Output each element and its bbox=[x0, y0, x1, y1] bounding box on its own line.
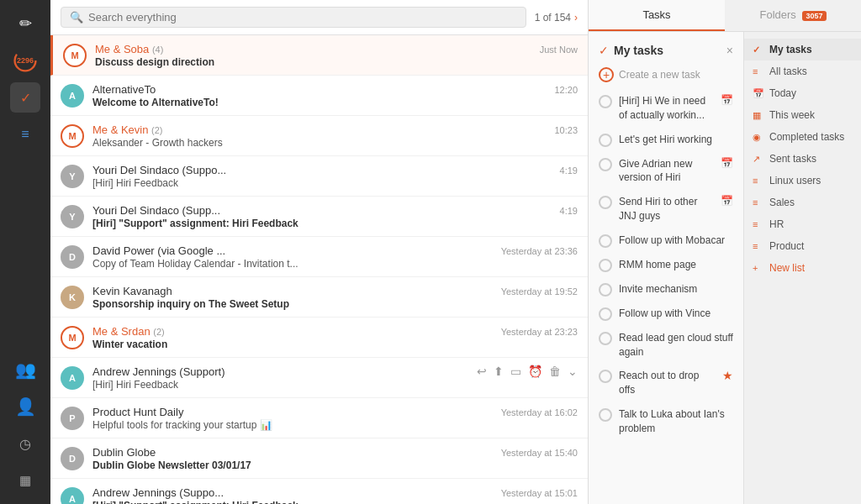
task-checkbox[interactable] bbox=[599, 234, 612, 248]
pagination-next-icon[interactable]: › bbox=[574, 12, 578, 24]
folder-item[interactable]: ◉ Completed tasks bbox=[744, 126, 861, 148]
task-checkbox[interactable] bbox=[599, 332, 612, 345]
task-item[interactable]: Let's get Hiri working bbox=[589, 128, 743, 152]
email-sender: Me & Kevin (2) bbox=[92, 123, 163, 136]
email-item[interactable]: A Andrew Jennings (Support) ↩ ⬆ ▭ ⏰ 🗑 ⌄ … bbox=[50, 358, 588, 398]
task-item[interactable]: Give Adrian new version of Hiri 📅 bbox=[589, 152, 743, 191]
email-item[interactable]: D Dublin Globe Yesterday at 15:40 Dublin… bbox=[50, 438, 588, 479]
email-sender: Youri Del Sindaco (Suppo... bbox=[92, 164, 226, 176]
task-item[interactable]: Follow up with Mobacar bbox=[589, 228, 743, 253]
email-subject: Welcome to AlternativeTo! bbox=[92, 97, 578, 108]
folder-item[interactable]: ↗ Sent tasks bbox=[744, 148, 861, 170]
task-item[interactable]: Read lead gen cloud stuff again bbox=[589, 326, 743, 365]
task-item[interactable]: Reach out to drop offs ★ bbox=[589, 364, 743, 402]
folder-item[interactable]: ≡ All tasks bbox=[744, 60, 861, 82]
folder-icon: ≡ bbox=[753, 219, 764, 229]
task-calendar-icon[interactable]: 📅 bbox=[721, 94, 733, 106]
delete-icon[interactable]: 🗑 bbox=[549, 365, 561, 378]
task-checkbox[interactable] bbox=[599, 196, 612, 209]
email-time: Yesterday at 23:23 bbox=[501, 327, 578, 337]
email-content: Me & Soba (4) Just Now Discuss design di… bbox=[95, 43, 578, 68]
email-time: 4:19 bbox=[560, 165, 578, 176]
email-time: Yesterday at 19:52 bbox=[501, 286, 578, 297]
folder-icon: ≡ bbox=[753, 176, 764, 186]
check-icon[interactable]: ✓ bbox=[10, 82, 40, 113]
calendar-icon[interactable]: ▦ bbox=[10, 465, 40, 496]
list-icon[interactable]: ≡ bbox=[10, 119, 40, 150]
email-time: Just Now bbox=[540, 45, 578, 55]
task-calendar-icon[interactable]: 📅 bbox=[721, 157, 733, 169]
task-checkbox[interactable] bbox=[599, 408, 612, 422]
task-item[interactable]: Invite mechanism bbox=[589, 277, 743, 302]
email-subject: [Hiri] Hiri Feedback bbox=[92, 177, 578, 189]
email-item[interactable]: Y Youri Del Sindaco (Suppo... 4:19 [Hiri… bbox=[50, 156, 588, 197]
task-star-icon[interactable]: ★ bbox=[722, 369, 733, 382]
email-list: M Me & Soba (4) Just Now Discuss design … bbox=[50, 35, 588, 504]
email-header: Kevin Kavanagh Yesterday at 19:52 bbox=[92, 285, 578, 297]
email-item[interactable]: K Kevin Kavanagh Yesterday at 19:52 Spon… bbox=[50, 277, 588, 318]
task-item[interactable]: Send Hiri to other JNJ guys 📅 bbox=[589, 190, 743, 228]
folder-icon: ≡ bbox=[753, 66, 764, 76]
folder-item[interactable]: ≡ Sales bbox=[744, 192, 861, 213]
task-checkbox[interactable] bbox=[599, 259, 612, 272]
email-time: 12:20 bbox=[554, 85, 578, 95]
folder-icon: ↗ bbox=[753, 154, 764, 165]
task-item[interactable]: Talk to Luka about Ian's problem bbox=[589, 402, 743, 441]
task-checkbox[interactable] bbox=[599, 283, 612, 297]
upload-icon[interactable]: ⬆ bbox=[494, 365, 504, 378]
reply-icon[interactable]: ↩ bbox=[477, 365, 487, 378]
tasks-close-button[interactable]: × bbox=[726, 44, 733, 57]
folder-item[interactable]: ▦ This week bbox=[744, 104, 861, 126]
email-item[interactable]: M Me & Soba (4) Just Now Discuss design … bbox=[50, 35, 588, 76]
task-calendar-icon[interactable]: 📅 bbox=[721, 195, 733, 207]
folder-item[interactable]: ≡ HR bbox=[744, 213, 861, 235]
inbox-icon[interactable]: 2296 bbox=[10, 45, 40, 76]
compose-icon[interactable]: ✏ bbox=[10, 8, 40, 39]
avatar: M bbox=[61, 124, 84, 148]
tab-tasks[interactable]: Tasks bbox=[589, 0, 725, 31]
folder-item[interactable]: 📅 Today bbox=[744, 82, 861, 104]
email-item[interactable]: A Andrew Jennings (Suppo... Yesterday at… bbox=[50, 479, 588, 504]
task-item[interactable]: [Hiri] Hi We in need of actually workin.… bbox=[589, 89, 743, 128]
more-icon[interactable]: ⌄ bbox=[568, 365, 578, 378]
task-item[interactable]: Follow up with Vince bbox=[589, 302, 743, 326]
create-task-button[interactable]: + Create a new task bbox=[589, 64, 743, 89]
folder-icon[interactable]: ▭ bbox=[510, 365, 521, 378]
contacts-icon[interactable]: 👥 bbox=[10, 354, 40, 385]
folder-item[interactable]: + New list bbox=[744, 257, 861, 279]
folder-item[interactable]: ✓ My tasks bbox=[744, 39, 861, 60]
search-input[interactable] bbox=[88, 11, 517, 24]
task-checkbox[interactable] bbox=[599, 370, 612, 383]
email-content: David Power (via Google ... Yesterday at… bbox=[92, 244, 578, 270]
folder-item[interactable]: ≡ Product bbox=[744, 235, 861, 257]
search-box[interactable]: 🔍 bbox=[61, 7, 526, 28]
task-checkbox[interactable] bbox=[599, 95, 612, 108]
task-checkbox[interactable] bbox=[599, 134, 612, 147]
email-item[interactable]: P Product Hunt Daily Yesterday at 16:02 … bbox=[50, 398, 588, 438]
email-time: Yesterday at 15:01 bbox=[501, 488, 578, 498]
email-item[interactable]: D David Power (via Google ... Yesterday … bbox=[50, 237, 588, 277]
tab-folders[interactable]: Folders 3057 bbox=[725, 0, 861, 31]
folders-sidebar: ✓ My tasks ≡ All tasks 📅 Today ▦ This we… bbox=[743, 32, 861, 504]
task-text: Follow up with Mobacar bbox=[619, 234, 733, 248]
email-subject: [Hiri] Hiri Feedback bbox=[92, 379, 578, 391]
clock-icon[interactable]: ◷ bbox=[10, 428, 40, 459]
email-item[interactable]: M Me & Kevin (2) 10:23 Aleksander - Grow… bbox=[50, 116, 588, 156]
task-text: Reach out to drop offs bbox=[619, 369, 716, 397]
email-time: Yesterday at 23:36 bbox=[501, 246, 578, 256]
task-checkbox[interactable] bbox=[599, 307, 612, 321]
profile-icon[interactable]: 👤 bbox=[10, 391, 40, 422]
alarm-icon[interactable]: ⏰ bbox=[528, 365, 542, 378]
email-header: Andrew Jennings (Suppo... Yesterday at 1… bbox=[92, 486, 578, 499]
email-item[interactable]: A AlternativeTo 12:20 Welcome to Alterna… bbox=[50, 76, 588, 116]
task-checkbox[interactable] bbox=[599, 158, 612, 171]
avatar: D bbox=[61, 447, 84, 470]
task-item[interactable]: RMM home page bbox=[589, 253, 743, 277]
email-item[interactable]: Y Youri Del Sindaco (Supp... 4:19 [Hiri]… bbox=[50, 197, 588, 237]
email-header: AlternativeTo 12:20 bbox=[92, 83, 578, 96]
folder-item[interactable]: ≡ Linux users bbox=[744, 170, 861, 192]
tasks-header: Tasks Folders 3057 bbox=[589, 0, 861, 32]
avatar: P bbox=[61, 407, 84, 430]
avatar: M bbox=[61, 326, 84, 349]
email-item[interactable]: M Me & Srdan (2) Yesterday at 23:23 Wint… bbox=[50, 318, 588, 358]
